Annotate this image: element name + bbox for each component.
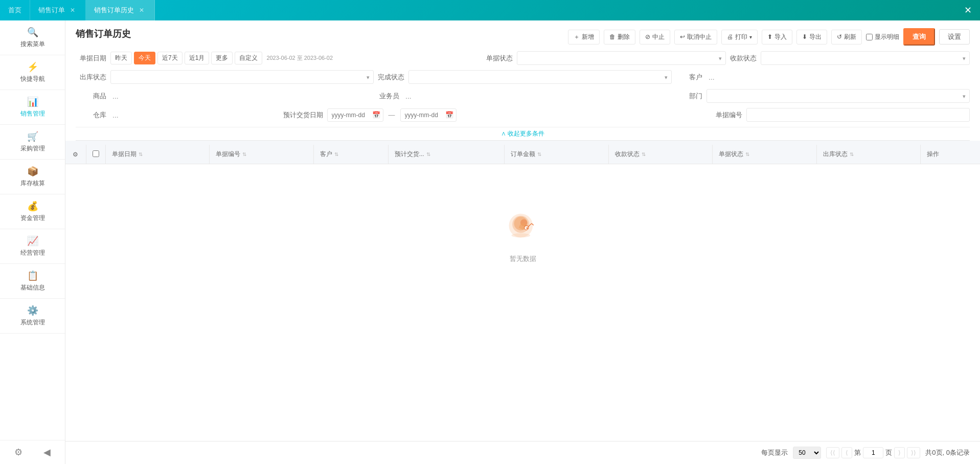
sidebar-item-search-menu[interactable]: 🔍 搜索菜单 (0, 20, 65, 55)
th-out-status-sort[interactable]: 出库状态 ⇅ (823, 150, 915, 159)
dept-select[interactable] (706, 89, 970, 103)
th-doc-number-sort[interactable]: 单据编号 ⇅ (216, 150, 307, 159)
tab-sales-history-label: 销售订单历史 (94, 6, 134, 15)
filter-row-2: 出库状态 完成状态 (76, 70, 970, 84)
print-button[interactable]: 🖨 打印 ▾ (721, 30, 758, 45)
import-icon: ⬆ (767, 33, 772, 40)
date-last7-btn[interactable]: 近7天 (157, 52, 183, 64)
table-footer: 每页显示 50 10 20 100 ⟨⟨ ⟨ 第 页 ⟩ ⟩⟩ 共0页, 0条记… (65, 441, 980, 464)
date-last1m-btn[interactable]: 近1月 (185, 52, 210, 64)
goods-control: ... (110, 92, 374, 100)
tab-sales-order[interactable]: 销售订单 ✕ (30, 0, 86, 20)
doc-number-label: 单据编号 (712, 111, 742, 120)
next-page-btn[interactable]: ⟩ (894, 447, 905, 458)
date-today-btn[interactable]: 今天 (134, 52, 155, 64)
out-status-select[interactable] (110, 70, 374, 84)
select-all-checkbox[interactable] (93, 150, 99, 157)
sort-icon-amount: ⇅ (537, 151, 541, 157)
sidebar-item-inventory[interactable]: 📦 库存核算 (0, 160, 65, 194)
display-detail-option[interactable]: 显示明细 (866, 33, 899, 41)
sidebar-item-operations[interactable]: 📈 经营管理 (0, 229, 65, 264)
doc-status-control (517, 51, 726, 65)
table-header-row: ⚙ 单据日期 ⇅ (65, 145, 980, 164)
page-title: 销售订单历史 (76, 28, 131, 40)
warehouse-ellipsis-btn[interactable]: ... (110, 111, 121, 119)
page-number-input[interactable] (863, 447, 883, 458)
stop-button[interactable]: ⊘ 中止 (640, 30, 670, 45)
receipt-status-select[interactable] (761, 51, 970, 65)
th-receipt-status: 收款状态 ⇅ (608, 145, 713, 164)
new-button[interactable]: ＋ 新增 (568, 30, 600, 45)
export-label: 导出 (809, 33, 822, 41)
tab-sales-history-close[interactable]: ✕ (137, 6, 146, 15)
new-label: 新增 (582, 33, 594, 41)
sidebar-item-finance[interactable]: 💰 资金管理 (0, 194, 65, 229)
salesperson-label: 业务员 (374, 92, 399, 101)
delivery-date-start-wrapper: 📅 (327, 108, 383, 122)
window-close-btn[interactable]: ✕ (964, 5, 972, 16)
query-button[interactable]: 查询 (903, 28, 935, 46)
refresh-label: 刷新 (844, 33, 856, 41)
date-yesterday-btn[interactable]: 昨天 (110, 52, 132, 64)
tab-sales-history[interactable]: 销售订单历史 ✕ (86, 0, 155, 20)
date-custom-btn[interactable]: 自定义 (235, 52, 262, 64)
calendar-end-icon: 📅 (445, 111, 453, 119)
sidebar-item-quick-nav[interactable]: ⚡ 快捷导航 (0, 55, 65, 90)
refresh-button[interactable]: ↺ 刷新 (831, 30, 862, 45)
page-label: 第 (854, 448, 861, 457)
tab-sales-order-close[interactable]: ✕ (68, 6, 77, 15)
th-order-amount: 订单金额 ⇅ (505, 145, 609, 164)
display-detail-checkbox[interactable] (866, 34, 873, 40)
last-page-btn[interactable]: ⟩⟩ (907, 447, 920, 458)
table-container: ⚙ 单据日期 ⇅ (65, 145, 980, 441)
th-customer-sort[interactable]: 客户 ⇅ (320, 150, 382, 159)
goods-ellipsis-btn[interactable]: ... (110, 92, 121, 100)
tab-home[interactable]: 首页 (0, 0, 30, 20)
sidebar-item-purchase[interactable]: 🛒 采购管理 (0, 125, 65, 160)
complete-status-select[interactable] (408, 70, 672, 84)
doc-status-select[interactable] (517, 51, 726, 65)
sort-icon-receipt: ⇅ (642, 151, 646, 157)
first-page-btn[interactable]: ⟨⟨ (826, 447, 839, 458)
th-doc-date-sort[interactable]: 单据日期 ⇅ (112, 150, 203, 159)
th-receipt-sort[interactable]: 收款状态 ⇅ (615, 150, 706, 159)
doc-number-input[interactable] (746, 108, 970, 122)
salesperson-ellipsis-btn[interactable]: ... (403, 92, 414, 100)
prev-page-btn[interactable]: ⟨ (841, 447, 852, 458)
customer-ellipsis-btn[interactable]: ... (706, 73, 717, 81)
svg-point-6 (526, 227, 528, 229)
sidebar-settings-btn[interactable]: ⚙ (14, 447, 22, 458)
sidebar-item-system[interactable]: ⚙️ 系统管理 (0, 299, 65, 334)
per-page-select[interactable]: 50 10 20 100 (793, 447, 821, 459)
sales-icon: 📊 (27, 96, 38, 107)
complete-status-control (408, 70, 672, 84)
sidebar-item-quick-label: 快捷导航 (20, 75, 45, 83)
settings-button[interactable]: 设置 (939, 29, 970, 45)
collapse-bar[interactable]: ∧ 收起更多条件 (76, 127, 970, 140)
sidebar-bottom: ⚙ ◀ (0, 440, 65, 464)
sidebar-item-sales[interactable]: 📊 销售管理 (0, 90, 65, 125)
date-more-btn[interactable]: 更多 (211, 52, 233, 64)
delete-button[interactable]: 🗑 删除 (604, 30, 635, 45)
th-doc-status-sort[interactable]: 单据状态 ⇅ (719, 150, 810, 159)
sort-icon-doc-number: ⇅ (242, 151, 246, 157)
date-separator: — (389, 111, 395, 119)
sort-icon-delivery: ⇅ (426, 151, 430, 157)
sidebar-item-basic[interactable]: 📋 基础信息 (0, 264, 65, 299)
calendar-start-icon: 📅 (372, 111, 380, 119)
cancel-stop-button[interactable]: ↩ 取消中止 (674, 30, 717, 45)
import-button[interactable]: ⬆ 导入 (762, 30, 792, 45)
stop-icon: ⊘ (645, 33, 650, 40)
delivery-date-end-wrapper: 📅 (400, 108, 457, 122)
th-amount-sort[interactable]: 订单金额 ⇅ (511, 150, 602, 159)
th-delivery-sort[interactable]: 预计交货... ⇅ (395, 150, 498, 159)
sort-icon-doc-status: ⇅ (745, 151, 749, 157)
export-button[interactable]: ⬇ 导出 (796, 30, 827, 45)
th-customer: 客户 ⇅ (313, 145, 388, 164)
settings-col-icon[interactable]: ⚙ (73, 151, 78, 158)
sidebar-collapse-btn[interactable]: ◀ (43, 447, 51, 458)
content-area: 销售订单历史 ＋ 新增 🗑 删除 ⊘ 中止 ↩ (65, 20, 980, 464)
sidebar-item-sys-label: 系统管理 (20, 318, 45, 327)
top-bar-right: ✕ (964, 5, 980, 16)
out-status-filter: 出库状态 (76, 70, 374, 84)
